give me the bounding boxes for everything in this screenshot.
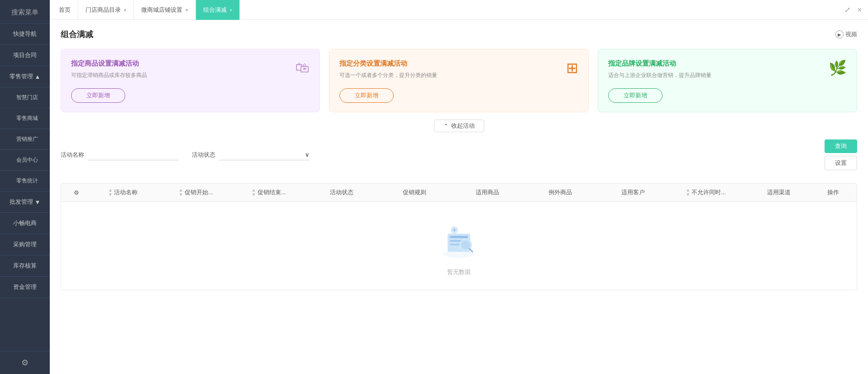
search-menu-item[interactable]: 搜索菜单 [0,0,50,24]
category-card-desc: 可选一个或者多个分类，提升分类的销量 [339,72,578,81]
sidebar-item-inventory[interactable]: 库存核算 [0,255,50,277]
empty-state: 暂无数据 [61,202,857,290]
tab-combo-discount[interactable]: 组合满减 × [196,0,240,20]
th-applicable-goods: 适用商品 [451,188,524,197]
filter-actions: 查询 设置 [825,139,857,170]
th-promo-end[interactable]: ▲▼ 促销结束... [232,188,305,197]
category-activity-card: ⊞ 指定分类设置满减活动 可选一个或者多个分类，提升分类的销量 立即新增 [329,49,588,112]
page-title: 组合满减 [61,29,93,40]
table-header: ⚙ ▲▼ 活动名称 ▲▼ 促销开始... ▲▼ 促销结束... 活动状态 [61,183,857,202]
collapse-arrow-icon: ⌃ [444,123,448,129]
brand-card-icon: 🌿 [829,59,847,77]
sidebar-item-retail-mall[interactable]: 零售商城 [0,108,50,129]
brand-card-title: 指定品牌设置满减活动 [608,59,847,68]
activity-cards: 🛍 指定商品设置满减活动 可指定滞销商品或库存较多商品 立即新增 ⊞ 指定分类设… [61,49,857,112]
sidebar-item-marketing[interactable]: 营销推广 [0,129,50,150]
tab-bar: 首页 门店商品目录 × 微商城店铺设置 × 组合满减 × ⤢ × [50,0,868,20]
gear-icon: ⚙ [21,358,29,367]
product-card-title: 指定商品设置满减活动 [71,59,310,68]
close-wechat-store-icon[interactable]: × [185,7,188,13]
th-settings[interactable]: ⚙ [67,189,86,196]
product-activity-card: 🛍 指定商品设置满减活动 可指定滞销商品或库存较多商品 立即新增 [61,49,320,112]
th-activity-status: 活动状态 [305,188,378,197]
maximize-button[interactable]: ⤢ [843,4,852,16]
sidebar-item-xiaochang[interactable]: 小畅电商 [0,213,50,234]
tab-store-catalog[interactable]: 门店商品目录 × [78,0,134,20]
settings-icon: ⚙ [74,189,79,196]
category-add-button[interactable]: 立即新增 [339,88,394,103]
chevron-down-icon: ∨ [305,151,310,158]
th-applicable-channel: 适用渠道 [742,188,815,197]
play-icon: ▶ [835,30,844,38]
setting-button[interactable]: 设置 [825,156,857,170]
filter-activity-name: 活动名称 [61,149,178,160]
activity-status-select[interactable]: ∨ [219,149,310,160]
page-header: 组合满减 ▶ 视频 [61,29,857,40]
filter-bar: 活动名称 活动状态 ∨ 查询 设置 [61,139,857,177]
brand-add-button[interactable]: 立即新增 [608,88,663,103]
sidebar-item-retail-stats[interactable]: 零售统计 [0,171,50,192]
activity-name-input[interactable] [88,149,178,160]
arrow-icon: ▲ [35,73,41,80]
tab-wechat-store[interactable]: 微商城店铺设置 × [134,0,196,20]
brand-card-desc: 适合与上游企业联合做营销，提升品牌销量 [608,72,847,81]
sidebar-item-quick-nav[interactable]: 快捷导航 [0,24,50,45]
activity-name-label: 活动名称 [61,151,84,159]
sidebar-item-member-center[interactable]: 会员中心 [0,150,50,171]
sort-promo-end-icon: ▲▼ [252,188,256,197]
content-area: 组合满减 ▶ 视频 🛍 指定商品设置满减活动 可指定滞销商品或库存较多商品 立即… [50,20,868,374]
query-button[interactable]: 查询 [825,139,857,153]
sidebar-settings-footer[interactable]: ⚙ [0,351,50,374]
th-applicable-customer: 适用客户 [596,188,669,197]
sort-activity-name-icon: ▲▼ [108,188,113,197]
sidebar-item-retail-management[interactable]: 零售管理 ▲ [0,66,50,87]
empty-text: 暂无数据 [447,268,471,276]
video-link[interactable]: ▶ 视频 [835,30,857,38]
main-area: 首页 门店商品目录 × 微商城店铺设置 × 组合满减 × ⤢ × 组合满减 ▶ … [50,0,868,374]
collapse-button[interactable]: ⌃ 收起活动 [434,120,484,132]
tab-combo-discount-label: 组合满减 [203,6,227,14]
category-card-title: 指定分类设置满减活动 [339,59,578,68]
th-activity-name[interactable]: ▲▼ 活动名称 [86,188,159,197]
video-label: 视频 [845,30,857,38]
tab-home[interactable]: 首页 [54,0,78,20]
th-promo-start[interactable]: ▲▼ 促销开始... [159,188,232,197]
sidebar-item-capital[interactable]: 资金管理 [0,277,50,298]
tab-home-label: 首页 [59,6,71,14]
arrow-down-icon: ▼ [35,199,41,206]
collapse-bar: ⌃ 收起活动 [61,120,857,132]
category-card-icon: ⊞ [566,59,578,77]
brand-activity-card: 🌿 指定品牌设置满减活动 适合与上游企业联合做营销，提升品牌销量 立即新增 [598,49,857,112]
search-menu-label: 搜索菜单 [11,8,38,16]
tab-controls: ⤢ × [843,4,863,16]
th-promo-rule: 促销规则 [378,188,451,197]
sort-promo-start-icon: ▲▼ [179,188,183,197]
empty-illustration [436,220,482,261]
sidebar-item-purchase[interactable]: 采购管理 [0,234,50,255]
sort-no-concurrent-icon: ▲▼ [686,188,690,197]
tab-wechat-store-label: 微商城店铺设置 [141,6,182,14]
sidebar-item-wholesale[interactable]: 批发管理 ▼ [0,192,50,213]
sidebar: 搜索菜单 快捷导航 项目合同 零售管理 ▲ 智慧门店 零售商城 营销推广 会员中… [0,0,50,374]
product-card-icon: 🛍 [295,59,310,76]
th-exception-goods: 例外商品 [524,188,596,197]
data-table: ⚙ ▲▼ 活动名称 ▲▼ 促销开始... ▲▼ 促销结束... 活动状态 [61,183,857,290]
th-no-concurrent[interactable]: ▲▼ 不允许同时... [669,188,742,197]
product-add-button[interactable]: 立即新增 [71,88,125,103]
tab-store-catalog-label: 门店商品目录 [86,6,121,14]
close-window-button[interactable]: × [856,4,863,16]
filter-activity-status: 活动状态 ∨ [192,149,310,160]
svg-rect-2 [450,236,468,238]
th-operation: 操作 [815,188,851,197]
sidebar-item-smart-store[interactable]: 智慧门店 [0,87,50,108]
collapse-label: 收起活动 [451,122,475,130]
product-card-desc: 可指定滞销商品或库存较多商品 [71,72,310,81]
sidebar-item-project-contract[interactable]: 项目合同 [0,45,50,66]
close-store-catalog-icon[interactable]: × [124,7,126,13]
close-combo-discount-icon[interactable]: × [229,7,232,13]
activity-status-label: 活动状态 [192,151,215,159]
